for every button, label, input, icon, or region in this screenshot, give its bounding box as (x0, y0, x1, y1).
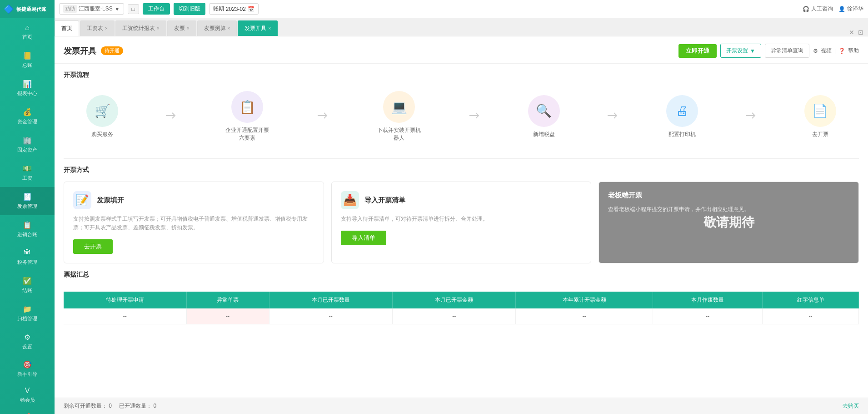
sidebar-item-结账[interactable]: ✅结账 (0, 271, 55, 299)
sidebar-item-固定资产[interactable]: 🏢固定资产 (0, 131, 55, 159)
sidebar-label: 进销台账 (17, 231, 37, 238)
ticket-settings-button[interactable]: 开票设置 ▼ (720, 44, 761, 58)
bottom-icon: V (25, 387, 30, 395)
sidebar-item-工资[interactable]: 💵工资 (0, 159, 55, 187)
summary-header: 待处理开票申请 (64, 292, 186, 308)
summary-title: 票据汇总 (64, 271, 859, 284)
tab-close-icon[interactable]: × (187, 26, 190, 31)
method-cards: 📝 发票填开 支持按照发票样式手工填写开发票；可开具增值税电子普通发票、增值税普… (64, 182, 859, 263)
table-cell: -- (269, 308, 392, 324)
abnormal-list-button[interactable]: 异常清单查询 (765, 44, 809, 58)
tab-close-icon[interactable]: × (228, 26, 230, 31)
tab-label: 发票 (174, 25, 185, 32)
sidebar-icon: 🏛 (24, 249, 31, 257)
immediate-open-button[interactable]: 立即开通 (678, 44, 717, 58)
tab-label: 工资统计报表 (122, 25, 155, 32)
sidebar-icon: 🧾 (23, 192, 32, 201)
close-window-icon[interactable]: ✕ (849, 29, 854, 36)
tab-工资统计报表[interactable]: 工资统计报表 × (115, 20, 166, 36)
bottom-bar: 剩余可开通数量： 0 已开通数量： 0 去购买 (55, 398, 868, 414)
card-desc: 支持导入待开票清单，可对待开票清单进行拆分、合并处理。 (341, 215, 582, 223)
table-cell: -- (186, 308, 269, 324)
summary-header: 红字信息单 (763, 292, 859, 308)
flow-step-2: 💻 下载并安装开票机器人 (376, 91, 422, 142)
tab-close-icon[interactable]: × (105, 26, 108, 31)
sidebar-item-总账[interactable]: 📒总账 (0, 46, 55, 74)
flow-title: 开票流程 (64, 71, 859, 79)
sidebar-label: 资金管理 (17, 118, 37, 125)
step-label: 购买服务 (91, 131, 113, 138)
tab-首页[interactable]: 首页 (55, 20, 79, 36)
remaining-value: 0 (109, 403, 112, 409)
card-title: 导入开票清单 (364, 196, 405, 205)
sidebar-label: 税务管理 (17, 259, 37, 266)
remaining-label: 剩余可开通数量： 0 (64, 402, 112, 410)
restore-window-icon[interactable]: ⊡ (858, 29, 863, 36)
switch-old-button[interactable]: 切到旧版 (174, 3, 205, 15)
tab-发票测算[interactable]: 发票测算 × (197, 20, 237, 36)
user-profile[interactable]: 👤 徐泽华 (838, 5, 863, 13)
header-actions: 立即开通 开票设置 ▼ 异常清单查询 ⚙ 视频 | ❓ 帮助 (678, 44, 859, 58)
settings-dropdown-icon: ▼ (750, 48, 755, 54)
card-header: 📝 发票填开 (73, 191, 314, 209)
sidebar-bottom-新手引导[interactable]: 🎯新手引导 (0, 356, 55, 382)
sidebar-item-发票管理[interactable]: 🧾发票管理 (0, 187, 55, 215)
sidebar-item-进销台账[interactable]: 📋进销台账 (0, 215, 55, 243)
tab-发票开具[interactable]: 发票开具 × (238, 20, 278, 36)
sidebar: 🔷 畅捷通易代账 ⌂首页📒总账📊报表中心💰资金管理🏢固定资产💵工资🧾发票管理📋进… (0, 0, 55, 414)
method-title: 开票方式 (64, 166, 859, 174)
period-value: 2023-02 (226, 6, 246, 12)
period-selector[interactable]: 账期 2023-02 📅 (209, 3, 259, 15)
service-button[interactable]: 🎧 人工咨询 (803, 5, 833, 13)
summary-header: 异常单票 (186, 292, 269, 308)
table-row: -------------- (64, 308, 859, 324)
opened-value: 0 (153, 403, 156, 409)
sidebar-pin[interactable]: 📌 取消固定 (0, 408, 55, 414)
sidebar-icon: 📁 (23, 305, 32, 313)
tab-label: 发票测算 (204, 25, 226, 32)
tab-close-icon[interactable]: × (157, 26, 160, 31)
sidebar-item-资金管理[interactable]: 💰资金管理 (0, 102, 55, 131)
card-action-button[interactable]: 导入清单 (341, 231, 386, 245)
sidebar-label: 固定资产 (17, 146, 37, 153)
logo-icon: 🔷 (4, 4, 14, 14)
table-cell: -- (392, 308, 515, 324)
sidebar-item-归档管理[interactable]: 📁归档管理 (0, 299, 55, 328)
workstation-button[interactable]: 工作台 (143, 3, 170, 15)
tab-工资表[interactable]: 工资表 × (80, 20, 115, 36)
sidebar-bottom-畅会员[interactable]: V畅会员 (0, 382, 55, 408)
topbar-right: 🎧 人工咨询 👤 徐泽华 (803, 5, 863, 13)
card-action-button[interactable]: 去开票 (73, 239, 113, 254)
sidebar-item-首页[interactable]: ⌂首页 (0, 18, 55, 46)
flow-step-0: 🛒 购买服务 (86, 95, 118, 138)
sidebar-bottom: 🎯新手引导V畅会员 📌 取消固定 (0, 356, 55, 414)
tabbar: 首页工资表 ×工资统计报表 ×发票 ×发票测算 ×发票开具 × ✕ ⊡ (55, 18, 868, 36)
method-card-fill: 📝 发票填开 支持按照发票样式手工填写开发票；可开具增值税电子普通发票、增值税普… (64, 182, 324, 263)
sidebar-item-设置[interactable]: ⚙设置 (0, 328, 55, 356)
sidebar-item-税务管理[interactable]: 🏛税务管理 (0, 243, 55, 271)
topbar-left: 劝助 江西服室-LSS ▼ □ 工作台 切到旧版 账期 2023-02 📅 (59, 3, 259, 15)
bottom-label: 畅会员 (20, 397, 35, 404)
sidebar-logo: 🔷 畅捷通易代账 (0, 0, 55, 18)
sidebar-label: 工资 (22, 175, 32, 182)
sidebar-item-报表中心[interactable]: 📊报表中心 (0, 74, 55, 102)
copy-button[interactable]: □ (128, 4, 139, 14)
sidebar-icon: 📊 (23, 80, 32, 88)
flow-arrow (469, 112, 480, 121)
method-section: 开票方式 📝 发票填开 支持按照发票样式手工填写开发票；可开具增值税电子普通发票… (55, 159, 868, 271)
user-avatar-icon: 👤 (838, 6, 845, 12)
settings-label: 开票设置 (726, 47, 748, 55)
company-selector[interactable]: 劝助 江西服室-LSS ▼ (59, 3, 124, 15)
bottom-label: 新手引导 (17, 371, 37, 378)
step-label: 企业开通配置开票六要素 (224, 126, 270, 142)
sidebar-icon: ✅ (23, 277, 32, 285)
step-label: 下载并安装开票机器人 (376, 126, 422, 142)
buy-link[interactable]: 去购买 (843, 402, 859, 410)
tab-发票[interactable]: 发票 × (167, 20, 196, 36)
headset-icon: 🎧 (803, 6, 809, 12)
page-content: 发票开具 待开通 立即开通 开票设置 ▼ 异常清单查询 ⚙ 视频 | ❓ 帮助 (55, 36, 868, 398)
sidebar-icon: 📋 (23, 221, 32, 229)
sidebar-label: 设置 (22, 343, 32, 350)
coming-soon-text: 敬请期待 (703, 214, 754, 231)
tab-close-icon[interactable]: × (268, 26, 271, 31)
